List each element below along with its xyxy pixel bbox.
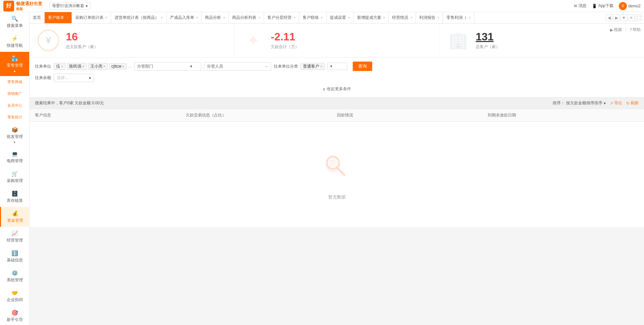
filter-tag-close-3[interactable]: × — [123, 65, 125, 68]
tab-operations-status[interactable]: 经营情况 × — [389, 12, 416, 24]
sidebar-item-operations[interactable]: 📈 经营管理 — [0, 227, 29, 247]
filter-tag-close-type[interactable]: × — [320, 65, 322, 68]
svg-line-2 — [337, 168, 344, 175]
sidebar-item-marketing[interactable]: 营销推广 — [0, 88, 29, 100]
person-selector[interactable]: 分管人员 ··· — [204, 62, 271, 71]
refresh-button[interactable]: ↻ 刷新 — [626, 100, 639, 106]
logo-icon: 好 — [3, 1, 14, 11]
table-section: 客户信息 欠款交易信息（占比） 回款情况 到期未放款日期 — [30, 109, 644, 227]
tab-home[interactable]: 首页 — [30, 12, 45, 24]
stat-icon-building: 🏢 — [447, 30, 469, 51]
app-download-button[interactable]: 📱 App下载 — [592, 3, 613, 9]
operations-icon: 📈 — [11, 230, 18, 237]
tab-close-raise-settings[interactable]: × — [348, 16, 350, 20]
stat-debt-customers-value: 16 — [66, 31, 98, 42]
results-actions: 排序： 按欠款金额倒序排序 ▾ ↗ 导出 ↻ 刷新 — [553, 100, 639, 106]
dept-ellipsis-icon: ··· — [195, 64, 198, 69]
tab-product-analysis-list[interactable]: 商品分析列表 × — [229, 12, 264, 24]
results-summary: 搜索结果中，客户0家 欠款金额 0.00元 — [35, 100, 104, 106]
tab-close-cost-inbound[interactable]: × — [196, 16, 198, 20]
tab-retail-profit[interactable]: 零售利润（ × — [443, 12, 474, 24]
enterprise-icon: 🤝 — [11, 290, 18, 296]
filter-tag-close-0[interactable]: × — [61, 65, 63, 68]
tab-close-purchase-order[interactable]: × — [105, 16, 108, 20]
tab-customer-segment[interactable]: 客户分层经营 × — [264, 12, 299, 24]
dept-selector[interactable]: 分管部门 ▾ ··· — [134, 62, 201, 71]
sidebar-search[interactable]: 🔍 搜索菜单 — [0, 12, 29, 32]
balance-selector[interactable]: 选择... ▾ — [54, 74, 94, 82]
version-selector[interactable]: 母婴行业演示帐套 ▾ — [49, 2, 91, 10]
filter-tag-customer-type: 普通客户 × — [301, 63, 325, 70]
tab-close-customer-book[interactable]: × — [66, 16, 68, 20]
tab-close-retail-profit[interactable]: × — [469, 16, 471, 20]
sidebar-item-newbie[interactable]: 🎯 新手引导 — [0, 306, 29, 325]
refresh-icon: ↻ — [626, 101, 630, 106]
video-button[interactable]: ▶ 视频 — [610, 27, 622, 33]
content-area: 首页 客户账本 × 采购订单统计表 × 进货单统计表（按商品） × 产成品入库单… — [30, 12, 644, 325]
filter-tag-0: 伍 × — [54, 63, 66, 70]
tab-close-product-analysis-list[interactable]: × — [258, 16, 260, 20]
message-icon: ✉ — [574, 4, 577, 8]
tab-new-raise-plan[interactable]: 新增提成方案 × — [354, 12, 389, 24]
sidebar-item-inventory[interactable]: 🗄️ 库存核算 — [0, 187, 29, 207]
arrow-down-icon: ▾ — [14, 141, 15, 144]
sidebar-item-basic-info[interactable]: ℹ️ 基础信息 — [0, 247, 29, 266]
tab-close-profit-report[interactable]: × — [437, 16, 439, 20]
tab-close-all-button[interactable]: ✕ — [628, 14, 635, 21]
sidebar-item-ecommerce[interactable]: 💻 电商管理 — [0, 147, 29, 167]
tab-next-button[interactable]: ▶ — [613, 14, 620, 21]
unit-filter-label: 往来单位 — [35, 64, 51, 69]
filter-row-unit: 往来单位 伍 × 陈民强 × 王小亮 × — [35, 62, 639, 71]
sidebar-item-retail-mgmt[interactable]: 🏪 零售管理 ▲ — [0, 52, 29, 76]
retail-icon: 🏪 — [11, 55, 18, 62]
tab-close-customer-contact[interactable]: × — [321, 16, 323, 20]
tab-customer-contact[interactable]: 客户联络 × — [299, 12, 327, 24]
sidebar-item-purchase[interactable]: 🛒 采购管理 — [0, 167, 29, 187]
tab-fullscreen-button[interactable]: ⛶ — [635, 14, 642, 21]
filter-tags-unit: 伍 × 陈民强 × 王小亮 × cjttcw × — [54, 63, 131, 70]
ecommerce-icon: 💻 — [11, 151, 18, 157]
tab-cost-inbound[interactable]: 产成品入库单 × — [167, 12, 202, 24]
tab-product-analysis[interactable]: 商品分析 × — [202, 12, 229, 24]
tab-profit-report[interactable]: 利润报告 × — [416, 12, 443, 24]
download-icon: 📱 — [592, 4, 597, 8]
col-header-customer: 客户信息 — [35, 112, 186, 118]
collapse-filter-button[interactable]: ∧ 收起更多条件 — [35, 85, 639, 93]
tab-customer-book[interactable]: 客户账本 × — [45, 12, 72, 24]
arrow-icon: ▲ — [13, 69, 16, 73]
tab-inbound-stats[interactable]: 进货单统计表（按商品） × — [111, 12, 167, 24]
sidebar-quick-nav[interactable]: ⚡ 快捷导航 — [0, 32, 29, 52]
sidebar-item-member[interactable]: 会员中心 — [0, 100, 29, 111]
tab-purchase-order-stats[interactable]: 采购订单统计表 × — [72, 12, 111, 24]
tab-close-product-analysis[interactable]: × — [223, 16, 225, 20]
filter-more-unit[interactable]: ... — [128, 64, 131, 69]
col-header-date: 到期未放款日期 — [488, 112, 639, 118]
tab-more-button[interactable]: ▼ — [620, 14, 627, 21]
export-button[interactable]: ↗ 导出 — [610, 100, 622, 106]
tab-raise-settings[interactable]: 提成设置 × — [327, 12, 354, 24]
stat-total-customers-value: 131 — [476, 31, 500, 42]
unit-type-dropdown[interactable]: ▾ — [327, 63, 347, 70]
sidebar-item-retail-stats[interactable]: 零售统计 — [0, 111, 29, 123]
help-button[interactable]: ? 帮助 — [630, 27, 641, 33]
tab-close-new-raise-plan[interactable]: × — [383, 16, 385, 20]
sidebar-item-batch-mgmt[interactable]: 📦 批发管理 ▾ — [0, 123, 29, 147]
sidebar-item-finance[interactable]: 💰 资金管理 — [0, 207, 29, 227]
sort-control[interactable]: 排序： 按欠款金额倒序排序 ▾ — [553, 100, 606, 106]
avatar: D — [619, 2, 627, 10]
sidebar-item-sys-mgmt[interactable]: ⚙️ 系统管理 — [0, 266, 29, 286]
empty-icon — [320, 149, 354, 189]
message-button[interactable]: ✉ 消息 — [574, 3, 587, 9]
filter-tag-close-2[interactable]: × — [103, 65, 105, 68]
tab-close-inbound[interactable]: × — [161, 16, 163, 20]
sidebar-item-enterprise[interactable]: 🤝 企业协同 — [0, 286, 29, 306]
tab-close-operations-status[interactable]: × — [410, 16, 412, 20]
chevron-down-unit-type: ▾ — [330, 64, 332, 69]
tab-prev-button[interactable]: ◀ — [606, 14, 612, 21]
query-button[interactable]: 查询 — [353, 62, 372, 71]
tab-close-customer-segment[interactable]: × — [294, 16, 296, 20]
filter-tag-close-1[interactable]: × — [82, 65, 84, 68]
user-avatar-area[interactable]: D demo2 — [619, 2, 641, 10]
app-name: 畅捷通好生意 — [16, 1, 42, 7]
sidebar-item-retail-mall[interactable]: 零售商城 — [0, 76, 29, 88]
